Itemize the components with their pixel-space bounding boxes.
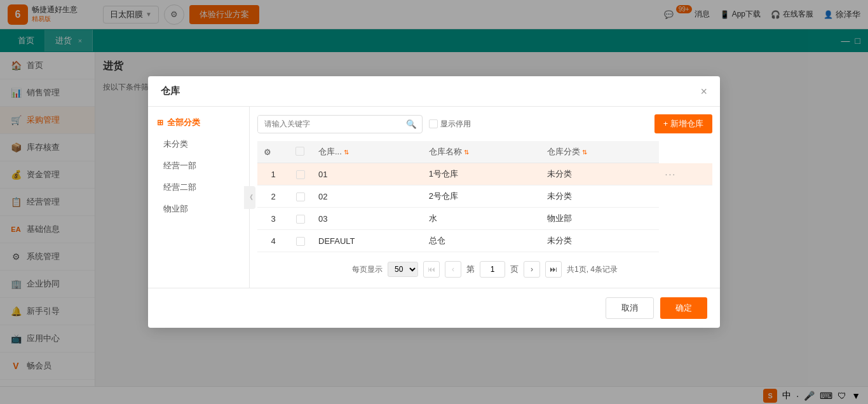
- search-input[interactable]: [258, 116, 401, 132]
- row-category: 未分类: [541, 230, 659, 252]
- row-code: 03: [312, 208, 423, 230]
- row-category: 未分类: [541, 185, 659, 208]
- row-name: 总仓: [423, 230, 541, 252]
- code-sort-icon[interactable]: ⇅: [344, 149, 349, 156]
- th-settings: ⚙: [257, 141, 289, 163]
- dialog-footer: 取消 确定: [148, 288, 720, 328]
- row-num: 2: [257, 185, 289, 208]
- cancel-button[interactable]: 取消: [606, 297, 654, 319]
- row-name: 2号仓库: [423, 185, 541, 208]
- confirm-button[interactable]: 确定: [660, 297, 707, 319]
- category-operations-2[interactable]: 经营二部: [148, 177, 249, 198]
- warehouse-table: ⚙ 仓库... ⇅: [257, 141, 712, 252]
- row-checkbox[interactable]: [296, 192, 305, 201]
- more-icon[interactable]: ···: [665, 169, 677, 179]
- th-code: 仓库... ⇅: [312, 141, 423, 163]
- header-checkbox[interactable]: [295, 147, 304, 156]
- per-page-label: 每页显示: [352, 264, 383, 275]
- show-disabled-text: 显示停用: [440, 119, 471, 130]
- page-total-info: 共1页, 4条记录: [567, 264, 618, 275]
- page-first-btn[interactable]: ⏮: [423, 261, 440, 278]
- th-code-label: 仓库...: [318, 146, 342, 158]
- row-checkbox[interactable]: [296, 237, 305, 246]
- row-checkbox-cell: [289, 208, 312, 230]
- row-checkbox-cell: [289, 230, 312, 252]
- row-code: 02: [312, 185, 423, 208]
- row-num: 1: [257, 163, 289, 185]
- row-name: 水: [423, 208, 541, 230]
- add-warehouse-btn[interactable]: + 新增仓库: [654, 114, 712, 133]
- category-unclassified[interactable]: 未分类: [148, 133, 249, 155]
- category-property[interactable]: 物业部: [148, 198, 249, 220]
- page-unit: 页: [510, 264, 519, 275]
- per-page-select[interactable]: 50: [388, 262, 418, 277]
- show-disabled-label[interactable]: 显示停用: [429, 119, 471, 130]
- row-code: DEFAULT: [312, 230, 423, 252]
- dialog-close-icon[interactable]: ×: [700, 86, 707, 97]
- row-name: 1号仓库: [423, 163, 541, 185]
- page-last-btn[interactable]: ⏭: [545, 261, 562, 278]
- name-sort-icon[interactable]: ⇅: [464, 149, 469, 156]
- table-row[interactable]: 3 03 水 物业部: [257, 208, 712, 230]
- page-number-input[interactable]: [480, 261, 505, 278]
- all-categories[interactable]: ⊞ 全部分类: [148, 112, 249, 133]
- page-next-btn[interactable]: ›: [524, 261, 540, 278]
- all-categories-label: 全部分类: [167, 117, 200, 128]
- category-sort-icon[interactable]: ⇅: [582, 149, 587, 156]
- category-collapse-btn[interactable]: 《: [244, 186, 255, 209]
- search-box: 🔍: [257, 115, 423, 133]
- modal-overlay: 仓库 × ⊞ 全部分类 未分类 经营一部 经营二部 物业部 《: [0, 0, 868, 404]
- show-disabled-checkbox[interactable]: [429, 119, 438, 128]
- row-checkbox[interactable]: [296, 215, 305, 224]
- row-actions[interactable]: ···: [659, 163, 712, 185]
- th-category: 仓库分类 ⇅: [541, 141, 659, 163]
- category-operations-1[interactable]: 经营一部: [148, 155, 249, 177]
- page-label: 第: [466, 264, 475, 275]
- row-checkbox[interactable]: [296, 170, 305, 179]
- search-btn[interactable]: 🔍: [401, 116, 422, 133]
- row-num: 3: [257, 208, 289, 230]
- th-name-label: 仓库名称: [429, 146, 462, 158]
- table-row[interactable]: 2 02 2号仓库 未分类: [257, 185, 712, 208]
- dialog-header: 仓库 ×: [148, 76, 720, 107]
- dialog-body: ⊞ 全部分类 未分类 经营一部 经营二部 物业部 《 🔍: [148, 107, 720, 288]
- row-code: 01: [312, 163, 423, 185]
- row-category: 物业部: [541, 208, 659, 230]
- row-num: 4: [257, 230, 289, 252]
- grid-icon: ⊞: [157, 118, 163, 127]
- page-prev-btn[interactable]: ‹: [445, 261, 461, 278]
- th-name: 仓库名称 ⇅: [423, 141, 541, 163]
- row-checkbox-cell: [289, 163, 312, 185]
- dialog-title: 仓库: [161, 85, 180, 97]
- th-checkbox: [289, 141, 312, 163]
- table-panel: 🔍 显示停用 + 新增仓库 ⚙: [250, 107, 720, 288]
- category-panel: ⊞ 全部分类 未分类 经营一部 经营二部 物业部 《: [148, 107, 250, 288]
- warehouse-dialog: 仓库 × ⊞ 全部分类 未分类 经营一部 经营二部 物业部 《: [148, 76, 720, 328]
- th-category-label: 仓库分类: [547, 146, 580, 158]
- table-row[interactable]: 4 DEFAULT 总仓 未分类: [257, 230, 712, 252]
- pagination: 每页显示 50 ⏮ ‹ 第 页 › ⏭ 共1页, 4条记录: [257, 252, 712, 280]
- row-checkbox-cell: [289, 185, 312, 208]
- table-toolbar: 🔍 显示停用 + 新增仓库: [257, 114, 712, 133]
- row-category: 未分类: [541, 163, 659, 185]
- table-row[interactable]: 1 01 1号仓库 未分类 ···: [257, 163, 712, 185]
- table-header-row: ⚙ 仓库... ⇅: [257, 141, 712, 163]
